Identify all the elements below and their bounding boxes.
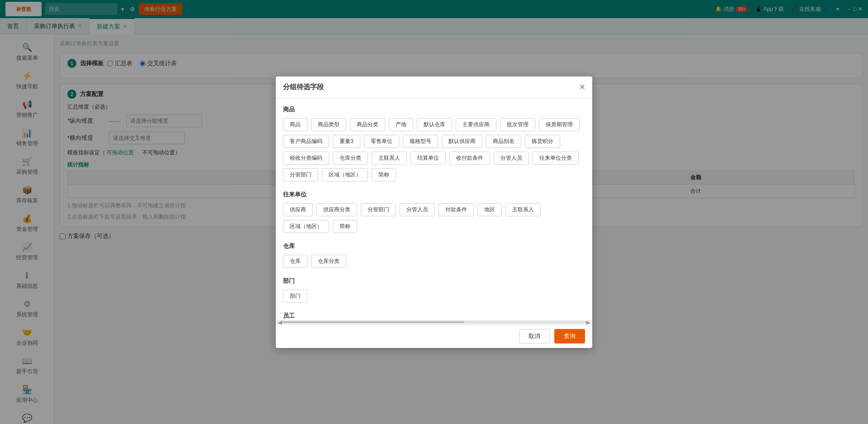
- section-warehouse-title: 仓库: [283, 242, 585, 250]
- field-tag[interactable]: 产地: [389, 118, 413, 131]
- dept-tags: 部门: [283, 290, 585, 303]
- cancel-button[interactable]: 取消: [519, 329, 550, 343]
- field-tag[interactable]: 商品: [283, 118, 307, 131]
- field-tag[interactable]: 供应商分类: [316, 203, 357, 216]
- modal-close-btn[interactable]: ✕: [579, 83, 585, 91]
- field-tag[interactable]: 主联系人: [372, 152, 407, 165]
- field-tag[interactable]: 商品类型: [311, 118, 346, 131]
- modal-header: 分组待选字段 ✕: [276, 76, 592, 98]
- field-tag[interactable]: 区域（地区）: [283, 220, 329, 233]
- section-goods-title: 商品: [283, 105, 585, 114]
- field-tag[interactable]: 主联系人: [505, 203, 541, 216]
- section-staff: 员工 业务员: [283, 312, 585, 320]
- field-tag[interactable]: 客户商品编码: [283, 135, 329, 148]
- field-tag[interactable]: 商品分类: [350, 118, 385, 131]
- field-tag[interactable]: 保质期管理: [539, 118, 580, 131]
- field-tag[interactable]: 商品别名: [486, 135, 521, 148]
- goods-tags: 商品 商品类型 商品分类 产地 默认仓库 主要供应商 批次管理 保质期管理 客户…: [283, 118, 585, 181]
- scrollbar-track: [282, 321, 586, 323]
- section-partner-title: 往来单位: [283, 191, 585, 199]
- field-tag[interactable]: 分管部门: [283, 168, 318, 181]
- modal-body[interactable]: 商品 商品 商品类型 商品分类 产地 默认仓库 主要供应商 批次管理 保质期管理…: [276, 98, 592, 320]
- field-tag[interactable]: 重量3: [333, 135, 360, 148]
- field-tag[interactable]: 往来单位分类: [533, 152, 579, 165]
- confirm-button[interactable]: 查询: [554, 329, 585, 343]
- field-tag[interactable]: 仓库分类: [311, 255, 346, 268]
- field-tag[interactable]: 分管人员: [494, 152, 529, 165]
- section-dept-title: 部门: [283, 277, 585, 285]
- field-tag[interactable]: 零售单位: [364, 135, 399, 148]
- field-tag[interactable]: 收付款条件: [449, 152, 490, 165]
- section-partner: 往来单位 供应商 供应商分类 分管部门 分管人员 付款条件 地区 主联系人 区域…: [283, 191, 585, 233]
- modal-scrollbar[interactable]: ◀ ▶: [276, 320, 592, 324]
- field-tag[interactable]: 税收分类编码: [283, 152, 329, 165]
- field-tag[interactable]: 炼货积分: [525, 135, 560, 148]
- field-tag[interactable]: 付款条件: [439, 203, 474, 216]
- modal-title: 分组待选字段: [283, 83, 324, 91]
- section-staff-title: 员工: [283, 312, 585, 320]
- section-goods: 商品 商品 商品类型 商品分类 产地 默认仓库 主要供应商 批次管理 保质期管理…: [283, 105, 585, 181]
- modal-footer: 取消 查询: [276, 324, 592, 348]
- field-tag[interactable]: 批次管理: [500, 118, 535, 131]
- field-tag[interactable]: 供应商: [283, 203, 313, 216]
- warehouse-tags: 仓库 仓库分类: [283, 255, 585, 268]
- field-tag[interactable]: 地区: [477, 203, 502, 216]
- field-tag[interactable]: 默认供应商: [442, 135, 482, 148]
- scrollbar-thumb[interactable]: [282, 321, 464, 323]
- field-tag[interactable]: 默认仓库: [417, 118, 452, 131]
- field-tag[interactable]: 主要供应商: [456, 118, 496, 131]
- section-dept: 部门 部门: [283, 277, 585, 303]
- field-tag[interactable]: 仓库分类: [333, 152, 368, 165]
- section-warehouse: 仓库 仓库 仓库分类: [283, 242, 585, 268]
- modal: 分组待选字段 ✕ 商品 商品 商品类型 商品分类 产地 默认仓库 主要供应商 批…: [276, 76, 592, 348]
- field-tag[interactable]: 简称: [372, 168, 396, 181]
- field-tag[interactable]: 规格型号: [403, 135, 438, 148]
- field-tag[interactable]: 仓库: [283, 255, 307, 268]
- field-tag[interactable]: 分管人员: [400, 203, 435, 216]
- field-tag[interactable]: 简称: [333, 220, 357, 233]
- partner-tags: 供应商 供应商分类 分管部门 分管人员 付款条件 地区 主联系人 区域（地区） …: [283, 203, 585, 233]
- modal-overlay: 分组待选字段 ✕ 商品 商品 商品类型 商品分类 产地 默认仓库 主要供应商 批…: [0, 0, 868, 424]
- field-tag[interactable]: 结算单位: [410, 152, 446, 165]
- field-tag[interactable]: 分管部门: [361, 203, 396, 216]
- field-tag[interactable]: 区域（地区）: [322, 168, 368, 181]
- field-tag[interactable]: 部门: [283, 290, 307, 303]
